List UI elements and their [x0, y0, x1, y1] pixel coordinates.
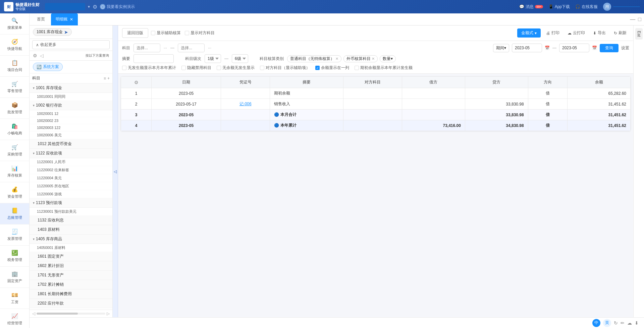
bottom-icon-2[interactable]: ✏ — [621, 320, 625, 326]
account-item-11230001[interactable]: 11230001 预付款款美元 — [30, 208, 112, 216]
checkbox-input-5[interactable] — [355, 66, 359, 70]
sidebar-item-经营管理[interactable]: 📈经营管理 — [0, 309, 29, 328]
account-group-1002[interactable]: ▾1002 银行存款10020001 1210020002 2310020003… — [30, 101, 112, 139]
breadcrumb-arrow-icon[interactable]: ➤ — [64, 29, 68, 35]
online-service-btn[interactable]: 🎧 在线客服 — [575, 4, 598, 10]
account-group-header-1602[interactable]: 1602 累计折旧 — [30, 261, 112, 271]
sidebar-item-零售管理[interactable]: 🛒零售管理 — [0, 77, 29, 98]
checkbox-input-2[interactable] — [217, 66, 221, 70]
account-group-header-1701[interactable]: 1701 无形资产 — [30, 271, 112, 280]
subject-input-1[interactable] — [133, 44, 160, 52]
checkbox-input-4[interactable]: ✓ — [315, 66, 320, 70]
user-info[interactable]: 用 — [603, 3, 640, 11]
period-dropdown[interactable]: 期间▾ — [493, 44, 509, 52]
account-group-header-2202[interactable]: 2202 应付年款 — [30, 299, 112, 308]
summary-input[interactable] — [133, 54, 174, 63]
account-group-2202[interactable]: 2202 应付年款 — [30, 299, 112, 308]
back-old-version-btn[interactable]: 退回旧版 — [122, 28, 148, 38]
sidebar-item-税务管理[interactable]: 💹税务管理 — [0, 246, 29, 267]
company-dropdown-icon[interactable]: ▾ — [88, 4, 90, 9]
checkbox-5[interactable]: 期初余额显示本年累计发生额 — [355, 65, 413, 71]
app-download-btn[interactable]: 📱 App下载 — [548, 4, 570, 10]
account-item-11220005[interactable]: 11220005 所在地区 — [30, 182, 112, 190]
account-item-14050001[interactable]: 14050001 原材料 — [30, 244, 112, 252]
style-btn[interactable]: 金额式 ▾ — [517, 28, 541, 38]
sidebar-item-资金管理[interactable]: 💰资金管理 — [0, 182, 29, 203]
bottom-icon-4[interactable]: ⬇ — [635, 320, 639, 326]
account-item-10010001[interactable]: 10010001 同同同 — [30, 93, 112, 101]
account-group-header-1132[interactable]: 1132 应收利息 — [30, 216, 112, 225]
account-group-1701[interactable]: 1701 无形资产 — [30, 271, 112, 280]
period-end-input[interactable]: 2023-05 — [559, 44, 589, 52]
period-cal-icon-2[interactable]: 📅 — [592, 46, 597, 50]
sidebar-item-固定资产[interactable]: 🏢固定资产 — [0, 267, 29, 288]
sidebar-item-总账管理[interactable]: 📒总账管理 — [0, 203, 29, 224]
settings-icon-top[interactable]: ⚙ — [93, 4, 97, 10]
account-group-1122[interactable]: ▾1122 应收款项11220001 人民币11220002 往来标签11220… — [30, 149, 112, 198]
period-start-input[interactable]: 2023-05 — [512, 44, 542, 52]
checkbox-input-3[interactable] — [260, 66, 264, 70]
demo-link[interactable]: ◯ 我要看实例演示 — [100, 4, 135, 10]
show-aux-calc-checkbox[interactable] — [151, 31, 155, 35]
tab-ledger-close[interactable]: ✕ — [70, 17, 73, 21]
sidebar-item-采购管理[interactable]: 🛒采购管理 — [0, 140, 29, 161]
export-btn[interactable]: ⬇ 导出 — [590, 29, 608, 37]
subject-input-2[interactable] — [178, 44, 205, 52]
sidebar-item-工资[interactable]: 💴工资 — [0, 288, 29, 309]
account-group-header-1405[interactable]: ▾1405 库存商品 — [30, 235, 112, 244]
tag-close-1[interactable]: ✕ — [372, 57, 375, 61]
level-start-select[interactable]: 1级2级3级 — [205, 54, 221, 63]
account-group-1602[interactable]: 1602 累计折旧 — [30, 261, 112, 271]
show-contra-checkbox[interactable] — [185, 31, 189, 35]
account-group-header-1122[interactable]: ▾1122 应收款项 — [30, 149, 112, 158]
account-group-header-1601[interactable]: 1601 固定资产 — [30, 252, 112, 261]
tab-maximize-icon[interactable]: □ — [638, 16, 641, 22]
tab-ledger[interactable]: 明细账 ✕ — [51, 13, 78, 25]
table-settings-icon[interactable]: ⚙ — [134, 80, 139, 85]
table-header-0[interactable]: ⚙ — [121, 77, 152, 88]
message-btn[interactable]: 💬 消息 99+ — [519, 4, 543, 10]
sidebar-item-快捷导航[interactable]: 🧭快捷导航 — [0, 35, 29, 56]
panel-collapse-btn[interactable]: ◁ — [113, 25, 118, 317]
checkbox-2[interactable]: 无余额无发生显示 — [217, 65, 255, 71]
level-end-select[interactable]: 6级1级2级 — [232, 54, 248, 63]
account-item-11220001[interactable]: 11220001 人民币 — [30, 158, 112, 166]
sidebar-item-搜索菜单[interactable]: 🔍搜索菜单 — [0, 13, 29, 35]
sidebar-item-批发管理[interactable]: 📦批发管理 — [0, 98, 29, 119]
account-group-1702[interactable]: 1702 累计摊销 — [30, 280, 112, 289]
tab-minimize-icon[interactable]: — — [630, 16, 635, 22]
checkbox-input-0[interactable] — [122, 66, 126, 70]
bottom-icon-3[interactable]: ☁ — [627, 320, 632, 326]
table-cell-r1-c2[interactable]: 记-006 — [221, 99, 270, 110]
account-group-1132[interactable]: 1132 应收利息 — [30, 216, 112, 225]
lang-switch-btn[interactable]: 中 — [592, 319, 600, 327]
sidebar-item-小畅电商[interactable]: 🛍️小畅电商 — [0, 119, 29, 140]
account-group-1801[interactable]: 1801 长期待摊费用 — [30, 289, 112, 299]
account-item-10020001[interactable]: 10020001 12 — [30, 110, 112, 117]
h-scroll-right[interactable]: ▷ — [107, 311, 110, 316]
print-btn[interactable]: 🖨 打印 — [543, 29, 562, 37]
account-group-header-1403[interactable]: 1403 原材料 — [30, 225, 112, 235]
account-item-10020006[interactable]: 10020006 美元 — [30, 131, 112, 139]
account-group-header-1002[interactable]: ▾1002 银行存款 — [30, 101, 112, 110]
account-item-10020002[interactable]: 10020002 23 — [30, 117, 112, 124]
checkbox-4[interactable]: ✓余额显示在一列 — [315, 65, 349, 71]
accounts-add-icon[interactable]: + — [107, 76, 110, 81]
account-group-header-1702[interactable]: 1702 累计摊销 — [30, 280, 112, 289]
right-panel-label[interactable]: Eat — [635, 28, 643, 40]
more-btn[interactable]: ∧ 收起更多 — [32, 40, 110, 49]
account-item-11220004[interactable]: 11220004 美元 — [30, 174, 112, 182]
checkbox-input-1[interactable] — [181, 66, 186, 70]
checkbox-3[interactable]: 对方科目（显示辅助项） — [260, 65, 310, 71]
account-group-header-1801[interactable]: 1801 长期待摊费用 — [30, 289, 112, 299]
lang-en-btn[interactable]: 英 — [603, 319, 611, 327]
query-btn[interactable]: 查询 — [600, 44, 619, 52]
show-contra-check[interactable]: 显示对方科目 — [185, 30, 215, 36]
settings-btn-filter[interactable]: 设置 — [621, 45, 629, 51]
bottom-icon-1[interactable]: ↻ — [614, 320, 618, 326]
h-scroll-track[interactable] — [37, 313, 105, 315]
cloud-print-btn[interactable]: ☁ 云打印 — [565, 29, 588, 37]
system-scheme-btn[interactable]: 🔄 系统方案 — [33, 63, 63, 71]
filter-scheme-settings-icon[interactable]: ⚙ — [33, 53, 37, 58]
period-cal-icon-1[interactable]: 📅 — [545, 46, 550, 50]
